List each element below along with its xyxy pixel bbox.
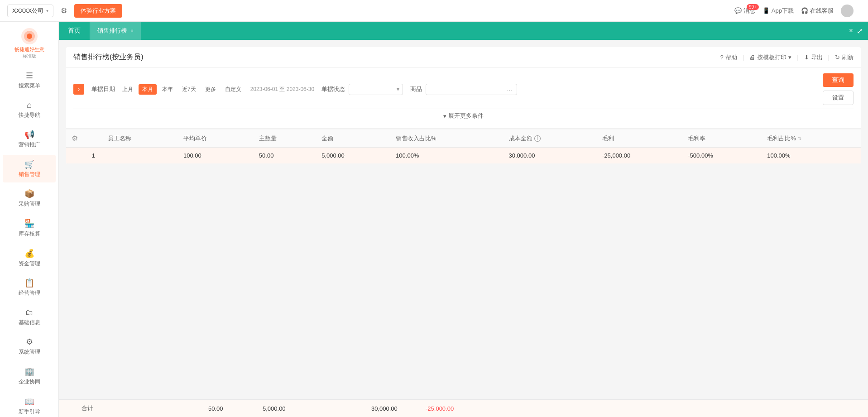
search-menu-icon: ☰ <box>26 71 33 81</box>
sidebar-item-label: 采购管理 <box>19 201 40 208</box>
sidebar-item-purchase[interactable]: 📦 采购管理 <box>3 184 56 212</box>
tab-sales-rank-label: 销售排行榜 <box>97 27 127 35</box>
printer-icon: 🖨 <box>749 54 755 61</box>
table-container: ⚙ 员工名称 平均单价 主数量 <box>66 129 861 164</box>
date-more-tab[interactable]: 更多 <box>201 84 220 95</box>
date-year-tab[interactable]: 本年 <box>158 84 177 95</box>
goods-more-button[interactable]: … <box>507 86 512 92</box>
date-7days-tab[interactable]: 近7天 <box>178 84 200 95</box>
expand-label: 展开更多条件 <box>448 112 484 120</box>
app-download-button[interactable]: 📱 App下载 <box>762 7 794 15</box>
page-title: 销售排行榜(按业务员) <box>73 53 144 62</box>
print-button[interactable]: 🖨 按模板打印 ▾ <box>749 53 791 62</box>
date-tabs: 上月 本月 本年 近7天 更多 自定义 <box>119 84 245 95</box>
sidebar-item-sales[interactable]: 🛒 销售管理 <box>3 155 56 183</box>
tab-close-window-button[interactable]: × <box>849 27 853 35</box>
marketing-icon: 📢 <box>24 129 34 139</box>
sidebar-item-enterprise[interactable]: 🏢 企业协同 <box>3 362 56 390</box>
page-header: 销售排行榜(按业务员) ? 帮助 | 🖨 按模板打印 ▾ | <box>66 47 861 68</box>
tab-sales-rank[interactable]: 销售排行榜 × <box>90 22 141 40</box>
table-header-gross-pct: 毛利占比% ⇅ <box>762 129 861 148</box>
date-current-month-tab[interactable]: 本月 <box>139 84 157 95</box>
row-avg-price-cell: 100.00 <box>178 148 254 164</box>
table-header-settings: ⚙ <box>66 129 84 148</box>
row-gross-rate-cell: -500.00% <box>682 148 762 164</box>
print-label: 按模板打印 <box>757 53 786 62</box>
collapse-arrow-icon: › <box>78 86 80 93</box>
app-download-label: App下载 <box>772 7 794 15</box>
date-filter-group: 单据日期 上月 本月 本年 近7天 更多 自定义 2023-06-01 至 20… <box>91 84 314 95</box>
sidebar-item-label: 营销推广 <box>19 141 40 149</box>
table-header-gross-rate: 毛利率 <box>682 129 762 148</box>
sidebar-item-label: 企业协同 <box>19 379 40 386</box>
query-button[interactable]: 查询 <box>823 73 854 87</box>
footer-cost: 30,000.00 <box>371 405 408 412</box>
goods-filter-label: 商品 <box>410 85 422 93</box>
guide-icon: 📖 <box>24 397 34 407</box>
settings-icon[interactable]: ⚙ <box>57 4 71 18</box>
goods-search-input[interactable] <box>431 86 507 93</box>
export-button[interactable]: ⬇ 导出 <box>804 53 823 62</box>
date-range-display: 2023-06-01 至 2023-06-30 <box>250 86 314 93</box>
sidebar-item-guide[interactable]: 📖 新手引导 <box>3 392 56 417</box>
footer-gross: -25,000.00 <box>426 405 462 412</box>
sidebar-item-label: 系统管理 <box>19 349 40 356</box>
trial-button[interactable]: 体验行业方案 <box>74 4 122 18</box>
table-footer: 合计 50.00 5,000.00 30,000.00 -25,000.00 <box>59 399 868 417</box>
logo-badge: 标准版 <box>23 53 36 59</box>
footer-label: 合计 <box>82 404 136 412</box>
sidebar-item-system[interactable]: ⚙ 系统管理 <box>3 332 56 360</box>
sidebar-item-label: 销售管理 <box>19 171 40 178</box>
table-row: 1 100.00 50.00 5,000.00 100.00% 30,000.0… <box>66 148 861 164</box>
sidebar-item-operations[interactable]: 📋 经营管理 <box>3 273 56 302</box>
row-settings-cell <box>66 148 84 164</box>
refresh-button[interactable]: ↻ 刷新 <box>835 53 854 62</box>
sidebar-item-inventory[interactable]: 🏪 库存核算 <box>3 214 56 242</box>
cost-info-icon[interactable]: i <box>534 135 541 142</box>
tab-restore-button[interactable]: ⤢ <box>857 27 863 35</box>
table-header-name: 员工名称 <box>102 129 178 148</box>
column-settings-icon[interactable]: ⚙ <box>72 134 78 142</box>
gross-pct-sort-icon[interactable]: ⇅ <box>798 136 801 141</box>
tab-home-label: 首页 <box>68 27 81 35</box>
export-icon: ⬇ <box>804 54 809 61</box>
sidebar-item-marketing[interactable]: 📢 营销推广 <box>3 125 56 153</box>
expand-icon: ▾ <box>443 113 446 120</box>
online-service-label: 在线客服 <box>810 7 834 15</box>
filter-collapse-button[interactable]: › <box>73 84 84 95</box>
sidebar-item-search[interactable]: ☰ 搜索菜单 <box>3 66 56 94</box>
export-label: 导出 <box>811 53 823 62</box>
date-custom-tab[interactable]: 自定义 <box>221 84 245 95</box>
message-button[interactable]: 💬 消息 99+ <box>734 7 755 15</box>
sidebar-item-finance[interactable]: 💰 资金管理 <box>3 244 56 272</box>
row-cost-cell: 30,000.00 <box>504 148 597 164</box>
sidebar-item-basic[interactable]: 🗂 基础信息 <box>3 303 56 331</box>
online-service-button[interactable]: 🎧 在线客服 <box>801 7 834 15</box>
sidebar-item-label: 新手引导 <box>19 408 40 416</box>
logo-icon <box>20 27 38 45</box>
table-header-gross: 毛利 <box>597 129 682 148</box>
table-header-sales-pct: 销售收入占比% <box>390 129 503 148</box>
expand-conditions-button[interactable]: ▾ 展开更多条件 <box>73 109 854 123</box>
company-selector[interactable]: XXXXX公司 ▾ <box>7 5 53 17</box>
status-filter-label: 单据状态 <box>321 85 345 93</box>
sidebar-item-shortcut[interactable]: ⌂ 快捷导航 <box>3 96 56 124</box>
settings-button[interactable]: 设置 <box>823 91 854 105</box>
svg-point-2 <box>27 34 32 39</box>
table-header-quantity: 主数量 <box>254 129 316 148</box>
date-prev-month-tab[interactable]: 上月 <box>119 84 137 95</box>
home-icon: ⌂ <box>27 101 32 110</box>
company-dropdown-arrow: ▾ <box>46 8 48 13</box>
help-button[interactable]: ? 帮助 <box>720 53 737 62</box>
sidebar-item-label: 库存核算 <box>19 230 40 238</box>
table-header-cost: 成本全额 i <box>504 129 597 148</box>
tab-home[interactable]: 首页 <box>59 22 90 40</box>
status-select[interactable] <box>349 84 403 95</box>
avatar[interactable] <box>841 5 854 17</box>
tab-close-icon[interactable]: × <box>130 28 134 34</box>
tab-bar: 首页 销售排行榜 × × ⤢ <box>59 22 868 40</box>
sidebar-item-label: 资金管理 <box>19 260 40 268</box>
sidebar-item-label: 搜索菜单 <box>19 82 40 90</box>
row-quantity-cell: 50.00 <box>254 148 316 164</box>
filter-bar: › 单据日期 上月 本月 本年 近7天 更多 自定义 <box>66 68 861 129</box>
